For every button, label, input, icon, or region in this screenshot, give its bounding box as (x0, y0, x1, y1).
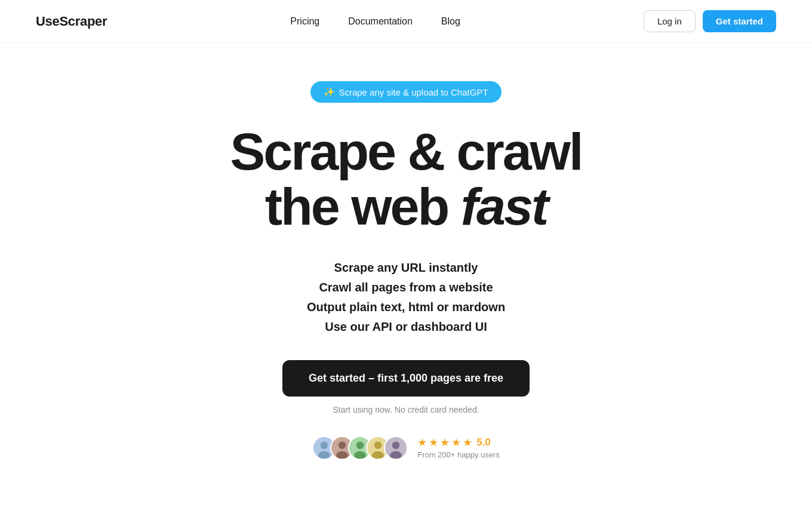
svg-point-4 (339, 441, 346, 449)
rating-text: From 200+ happy users (417, 450, 500, 459)
hero-features: Scrape any URL instantly Crawl all pages… (307, 261, 505, 334)
hero-cta-button[interactable]: Get started – first 1,000 pages are free (282, 360, 530, 397)
get-started-nav-button[interactable]: Get started (703, 10, 776, 32)
hero-badge[interactable]: ✨ Scrape any site & upload to ChatGPT (310, 81, 501, 103)
feature-item-2: Crawl all pages from a website (307, 281, 505, 294)
badge-icon: ✨ (324, 87, 335, 97)
star-2: ★ (429, 436, 438, 449)
nav-link-documentation[interactable]: Documentation (348, 16, 413, 27)
navbar: UseScraper Pricing Documentation Blog Lo… (0, 0, 812, 43)
hero-section: ✨ Scrape any site & upload to ChatGPT Sc… (0, 43, 812, 460)
hero-title: Scrape & crawl the web fast (230, 124, 582, 235)
feature-item-3: Output plain text, html or mardown (307, 300, 505, 314)
feature-item-1: Scrape any URL instantly (307, 261, 505, 275)
nav-link-blog[interactable]: Blog (441, 16, 460, 27)
feature-item-4: Use our API or dashboard UI (307, 320, 505, 334)
star-5: ★ (463, 436, 472, 449)
svg-point-11 (372, 451, 384, 459)
nav-link-pricing[interactable]: Pricing (290, 16, 319, 27)
site-logo[interactable]: UseScraper (36, 14, 107, 29)
avatar (384, 436, 408, 460)
star-4: ★ (451, 436, 461, 449)
navbar-actions: Log in Get started (644, 10, 776, 32)
avatars (312, 436, 408, 460)
svg-point-10 (374, 441, 382, 449)
rating-section: ★ ★ ★ ★ ★ 5.0 From 200+ happy users (417, 436, 500, 459)
hero-title-italic: fast (461, 177, 548, 236)
svg-point-1 (321, 441, 328, 449)
svg-point-5 (336, 451, 348, 459)
svg-point-2 (318, 451, 330, 459)
star-3: ★ (440, 436, 450, 449)
social-proof: ★ ★ ★ ★ ★ 5.0 From 200+ happy users (312, 436, 500, 460)
rating-score: 5.0 (476, 437, 491, 449)
hero-title-line1: Scrape & crawl (230, 122, 582, 181)
badge-text: Scrape any site & upload to ChatGPT (339, 87, 488, 97)
nav-links: Pricing Documentation Blog (290, 16, 460, 27)
svg-point-8 (354, 451, 366, 459)
hero-title-line2: the web (265, 177, 461, 236)
svg-point-13 (392, 441, 400, 449)
login-button[interactable]: Log in (644, 10, 696, 32)
hero-subtext: Start using now. No credit card needed. (333, 405, 479, 414)
star-1: ★ (417, 436, 427, 449)
svg-point-14 (390, 451, 402, 459)
svg-point-7 (356, 441, 364, 449)
stars: ★ ★ ★ ★ ★ 5.0 (417, 436, 500, 449)
